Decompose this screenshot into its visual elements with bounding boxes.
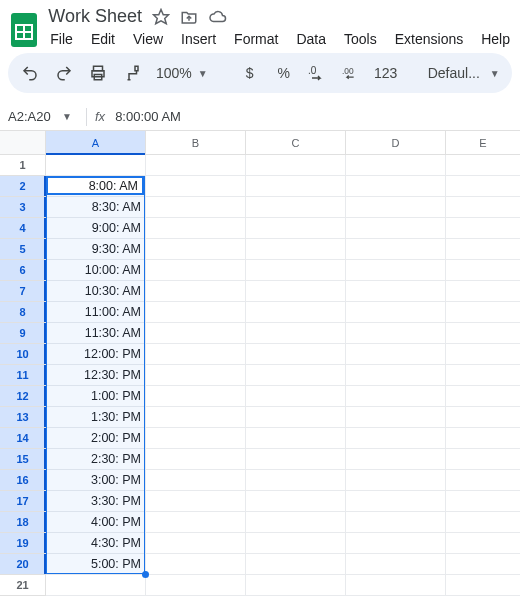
cell[interactable] [346, 386, 446, 407]
cell[interactable] [146, 197, 246, 218]
cell[interactable] [446, 554, 520, 575]
cell[interactable] [146, 533, 246, 554]
cell[interactable] [346, 470, 446, 491]
row-header[interactable]: 12 [0, 386, 46, 407]
cell[interactable]: 10:30: AM [46, 281, 146, 302]
cell[interactable] [346, 512, 446, 533]
menu-help[interactable]: Help [481, 31, 510, 47]
cell[interactable] [146, 470, 246, 491]
doc-title[interactable]: Work Sheet [48, 6, 142, 27]
cell[interactable] [446, 218, 520, 239]
row-header[interactable]: 21 [0, 575, 46, 596]
cell[interactable] [246, 344, 346, 365]
cell[interactable]: 9:30: AM [46, 239, 146, 260]
cell[interactable]: 9:00: AM [46, 218, 146, 239]
cell[interactable]: 3:00: PM [46, 470, 146, 491]
number-format-button[interactable]: 123 [376, 65, 396, 81]
cell[interactable] [446, 176, 520, 197]
cell[interactable] [446, 491, 520, 512]
cell[interactable] [146, 302, 246, 323]
row-header[interactable]: 15 [0, 449, 46, 470]
cell[interactable] [246, 554, 346, 575]
column-header[interactable]: D [346, 131, 446, 155]
cell[interactable] [246, 239, 346, 260]
cell[interactable] [246, 449, 346, 470]
cell[interactable] [446, 344, 520, 365]
cell[interactable] [346, 554, 446, 575]
cell[interactable] [446, 239, 520, 260]
row-header[interactable]: 13 [0, 407, 46, 428]
menu-data[interactable]: Data [296, 31, 326, 47]
cell[interactable] [446, 575, 520, 596]
cell[interactable] [346, 533, 446, 554]
cell[interactable] [346, 428, 446, 449]
cell[interactable] [146, 344, 246, 365]
cell[interactable] [146, 386, 246, 407]
row-header[interactable]: 4 [0, 218, 46, 239]
row-header[interactable]: 8 [0, 302, 46, 323]
cell[interactable] [146, 428, 246, 449]
cell[interactable] [346, 302, 446, 323]
cell[interactable] [246, 365, 346, 386]
cell[interactable] [446, 533, 520, 554]
cell[interactable]: 3:30: PM [46, 491, 146, 512]
cell[interactable] [146, 407, 246, 428]
menu-extensions[interactable]: Extensions [395, 31, 463, 47]
cell[interactable] [146, 575, 246, 596]
cell[interactable] [346, 449, 446, 470]
cell[interactable] [46, 575, 146, 596]
cell[interactable]: 12:00: PM [46, 344, 146, 365]
column-header[interactable]: C [246, 131, 346, 155]
cell[interactable] [446, 365, 520, 386]
cell[interactable] [446, 470, 520, 491]
cell[interactable] [446, 512, 520, 533]
cell[interactable] [246, 470, 346, 491]
cell[interactable]: 11:00: AM [46, 302, 146, 323]
cell[interactable]: 8:30: AM [46, 197, 146, 218]
paint-format-icon[interactable] [122, 64, 142, 82]
cell[interactable] [446, 302, 520, 323]
column-header[interactable]: A [46, 131, 146, 155]
zoom-level[interactable]: 100% [156, 65, 192, 81]
cell[interactable] [446, 197, 520, 218]
cell[interactable] [246, 197, 346, 218]
cell[interactable] [246, 533, 346, 554]
cell[interactable] [246, 491, 346, 512]
cell[interactable] [246, 155, 346, 176]
row-header[interactable]: 19 [0, 533, 46, 554]
font-dropdown-icon[interactable]: ▼ [490, 68, 500, 79]
name-box-dropdown-icon[interactable]: ▼ [62, 111, 78, 122]
cell[interactable]: 4:30: PM [46, 533, 146, 554]
row-header[interactable]: 5 [0, 239, 46, 260]
row-header[interactable]: 7 [0, 281, 46, 302]
cell[interactable] [346, 281, 446, 302]
cell[interactable] [246, 386, 346, 407]
cell[interactable] [246, 176, 346, 197]
row-header[interactable]: 20 [0, 554, 46, 575]
decrease-decimal-button[interactable]: .0 [308, 65, 328, 81]
cell[interactable] [446, 281, 520, 302]
cell[interactable] [146, 449, 246, 470]
menu-insert[interactable]: Insert [181, 31, 216, 47]
percent-button[interactable]: % [274, 65, 294, 81]
cell[interactable] [246, 218, 346, 239]
cell[interactable] [346, 344, 446, 365]
cell[interactable] [146, 260, 246, 281]
sheets-logo[interactable] [10, 10, 38, 50]
cell[interactable]: 2:30: PM [46, 449, 146, 470]
column-header[interactable]: B [146, 131, 246, 155]
cell[interactable]: 11:30: AM [46, 323, 146, 344]
row-header[interactable]: 2 [0, 176, 46, 197]
cell[interactable] [446, 323, 520, 344]
cell[interactable] [246, 407, 346, 428]
cell[interactable] [46, 155, 146, 176]
undo-icon[interactable] [20, 64, 40, 82]
cell[interactable] [246, 512, 346, 533]
row-header[interactable]: 14 [0, 428, 46, 449]
cell[interactable] [246, 260, 346, 281]
row-header[interactable]: 16 [0, 470, 46, 491]
cell[interactable] [246, 302, 346, 323]
cell[interactable] [446, 449, 520, 470]
cell[interactable] [146, 512, 246, 533]
column-header[interactable]: E [446, 131, 520, 155]
